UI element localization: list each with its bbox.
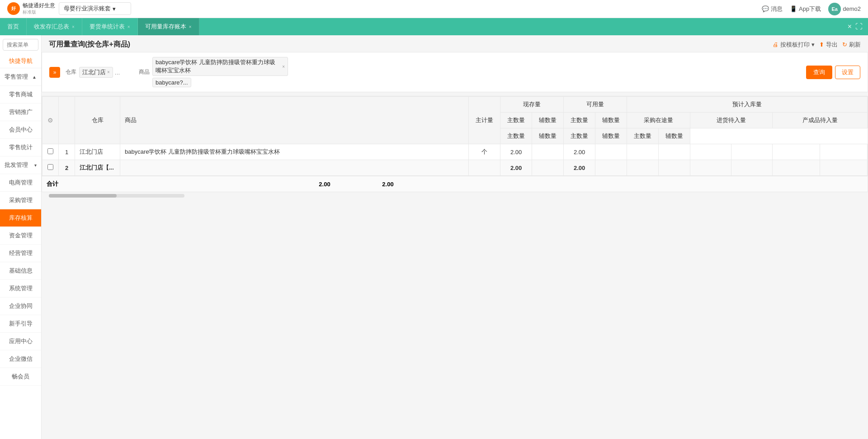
td-checkbox-1[interactable] (42, 144, 59, 160)
th-incoming: 进货待入量 (690, 113, 773, 128)
sidebar-item-marketing[interactable]: 营销推广 (0, 104, 41, 121)
avatar: Ea (828, 3, 841, 15)
product-filter-tags: babycare学饮杯 儿童防摔防撞吸管杯重力球吸嘴杯宝宝水杯 × babyca… (152, 57, 288, 87)
td-unit-1: 个 (469, 144, 500, 160)
sidebar-item-retail-mall[interactable]: 零售商城 (0, 86, 41, 104)
refresh-label: 刷新 (849, 41, 861, 49)
filter-more-icon[interactable]: ... (115, 69, 120, 76)
footer-label: 合计 (47, 180, 309, 188)
search-input[interactable] (3, 39, 38, 51)
sidebar-item-retail-mgmt[interactable]: 零售管理 ▲ (0, 68, 41, 86)
message-icon: 💬 (762, 5, 769, 12)
export-label: 导出 (826, 41, 838, 49)
scrollbar-track[interactable] (49, 194, 184, 198)
enterprise-wechat-label: 企业微信 (9, 355, 33, 362)
td-inc-aux-1 (731, 144, 773, 160)
td-avail-aux-1 (595, 144, 627, 160)
warehouse-tag-close[interactable]: × (107, 70, 110, 75)
message-action[interactable]: 💬 消息 (762, 5, 783, 13)
tab-available-close[interactable]: × (189, 24, 192, 29)
refresh-button[interactable]: ↻ 刷新 (842, 41, 861, 49)
tabs-close-all-icon[interactable]: × (848, 23, 852, 31)
print-label: 按模板打印 (780, 41, 810, 49)
scrollbar-thumb[interactable] (49, 194, 117, 198)
top-bar: 好 畅捷通好生意 标准版 母婴行业演示账套 ▾ 💬 消息 📱 App下载 Ea … (0, 0, 868, 18)
gear-icon[interactable]: ⚙ (47, 117, 53, 124)
th-product-main: 主数量 (627, 128, 659, 144)
th-index (59, 97, 75, 144)
sidebar-item-wholesale-mgmt[interactable]: 批发管理 ▾ (0, 156, 41, 174)
row-checkbox-2[interactable] (47, 164, 53, 170)
sidebar-item-finance-mgmt[interactable]: 资金管理 (0, 227, 41, 245)
purchase-mgmt-label: 采购管理 (9, 197, 33, 203)
inventory-check-label: 库存核算 (9, 214, 33, 221)
th-available-aux-qty: 辅数量 (595, 113, 627, 128)
export-icon: ⬆ (819, 41, 824, 48)
tab-order-stats[interactable]: 要货单统计表 × (82, 18, 138, 35)
product-filter-label: 商品 (139, 68, 150, 76)
org-selector[interactable]: 母婴行业演示账套 ▾ (59, 2, 131, 15)
tab-available-stock[interactable]: 可用量库存账本 × (138, 18, 199, 35)
sidebar-item-enterprise-wechat[interactable]: 企业微信 (0, 350, 41, 368)
print-button[interactable]: 🖨 按模板打印 ▾ (773, 41, 815, 49)
tabs-expand-icon[interactable]: ⛶ (855, 23, 863, 31)
td-current-main-1: 2.00 (500, 144, 532, 160)
data-table: ⚙ 仓库 商品 主计量 现存量 可用量 预计入库量 主数量 辅数量 主数量 (42, 96, 868, 176)
content-area: 可用量查询(按仓库+商品) 🖨 按模板打印 ▾ ⬆ 导出 ↻ 刷新 » (42, 35, 868, 439)
row-checkbox-1[interactable] (47, 148, 53, 154)
user-action[interactable]: Ea demo2 (828, 3, 861, 15)
filter-expand-button[interactable]: » (49, 67, 60, 78)
th-incoming-aux: 辅数量 (595, 128, 627, 144)
td-checkbox-2[interactable] (42, 160, 59, 176)
enterprise-coop-label: 企业协同 (9, 302, 33, 309)
th-purchase-main: 主数量 (500, 128, 532, 144)
query-button[interactable]: 查询 (806, 66, 832, 79)
basic-info-label: 基础信息 (9, 267, 33, 274)
td-unit-2 (469, 160, 500, 176)
app-download-label: App下载 (799, 5, 821, 13)
sidebar: 快捷导航 零售管理 ▲ 零售商城 营销推广 会员中心 零售统计 批发管理 ▾ 电… (0, 35, 42, 439)
tab-receipt-label: 收发存汇总表 (34, 23, 69, 31)
sidebar-item-quick-nav[interactable]: 快捷导航 (0, 54, 41, 68)
settings-button[interactable]: 设置 (835, 66, 860, 79)
page-title: 可用量查询(按仓库+商品) (49, 40, 130, 49)
product-tag-close-0[interactable]: × (282, 64, 285, 69)
sidebar-item-retail-stats[interactable]: 零售统计 (0, 139, 41, 156)
username-label: demo2 (843, 5, 861, 12)
product-tag-0[interactable]: babycare学饮杯 儿童防摔防撞吸管杯重力球吸嘴杯宝宝水杯 × (152, 57, 288, 76)
sidebar-item-ecommerce-mgmt[interactable]: 电商管理 (0, 174, 41, 192)
sidebar-item-enterprise-coop[interactable]: 企业协同 (0, 297, 41, 315)
app-center-label: 应用中心 (9, 338, 33, 345)
tab-receipt-summary[interactable]: 收发存汇总表 × (27, 18, 82, 35)
td-inc-aux-2 (731, 160, 773, 176)
sidebar-item-new-guide[interactable]: 新手引导 (0, 315, 41, 333)
tab-receipt-close[interactable]: × (72, 24, 75, 29)
sidebar-item-purchase-mgmt[interactable]: 采购管理 (0, 192, 41, 209)
sidebar-item-member[interactable]: 畅会员 (0, 368, 41, 386)
retail-mall-label: 零售商城 (9, 91, 33, 98)
sidebar-item-inventory-check[interactable]: 库存核算 (0, 209, 41, 227)
sidebar-item-operation-mgmt[interactable]: 经营管理 (0, 245, 41, 262)
print-icon: 🖨 (773, 41, 778, 48)
td-current-aux-1 (532, 144, 564, 160)
app-download-action[interactable]: 📱 App下载 (790, 5, 821, 13)
warehouse-filter-tags: 江北门店 × ... (79, 67, 133, 78)
th-available: 可用量 (564, 97, 627, 113)
filter-bar: » 仓库 江北门店 × ... 商品 babycare学饮杯 儿童防摔防撞吸管杯… (42, 52, 868, 92)
th-incoming-main: 主数量 (564, 128, 595, 144)
export-button[interactable]: ⬆ 导出 (819, 41, 838, 49)
sidebar-item-basic-info[interactable]: 基础信息 (0, 262, 41, 280)
retail-stats-label: 零售统计 (9, 144, 33, 151)
warehouse-tag-0[interactable]: 江北门店 × (79, 67, 113, 78)
tab-home[interactable]: 首页 (0, 18, 27, 35)
member-center-label: 会员中心 (9, 126, 33, 133)
sidebar-item-app-center[interactable]: 应用中心 (0, 333, 41, 350)
finance-mgmt-label: 资金管理 (9, 232, 33, 239)
warehouse-filter-label: 仓库 (66, 68, 76, 76)
warehouse-filter-group: 仓库 江北门店 × ... (66, 67, 133, 78)
sidebar-search-area (0, 35, 41, 54)
sidebar-item-system-mgmt[interactable]: 系统管理 (0, 280, 41, 297)
product-tag-1[interactable]: babycare?... (152, 78, 191, 87)
tab-order-close[interactable]: × (127, 24, 130, 29)
sidebar-item-member-center[interactable]: 会员中心 (0, 121, 41, 139)
